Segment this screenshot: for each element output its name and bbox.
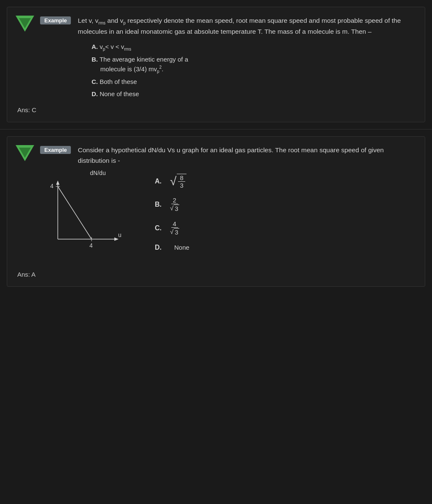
- option-2a-value: √ 8 3: [170, 174, 186, 189]
- options-list-1: A. vp< v < vrms B. The average kinetic e…: [92, 42, 415, 99]
- question-text-1: Let v, vrms and vp respectively denote t…: [78, 16, 415, 37]
- option-2b-label: B.: [155, 201, 164, 208]
- option-2c-label: C.: [155, 224, 164, 232]
- option-1b: B. The average kinetic energy of a molec…: [92, 55, 415, 75]
- avatar-1: [16, 16, 34, 34]
- options-list-2: A. √ 8 3 B.: [155, 170, 189, 251]
- svg-line-4: [58, 186, 92, 239]
- option-2d-value: None: [174, 244, 189, 251]
- example-card-1: Example Let v, vrms and vp respectively …: [7, 7, 425, 122]
- graph-y-label: dN/du: [58, 170, 138, 176]
- option-2c-value: 4 √3: [170, 220, 179, 236]
- option-2d: D. None: [155, 244, 189, 251]
- avatar-2: [16, 145, 34, 164]
- svg-marker-2: [56, 181, 59, 185]
- card2-question-row: Example Consider a hypothetical dN/du Vs…: [16, 145, 415, 166]
- distribution-graph: 4 4 u: [41, 178, 125, 254]
- option-2b-value: 2 √3: [170, 197, 179, 213]
- example-card-2: Example Consider a hypothetical dN/du Vs…: [7, 136, 425, 287]
- option-1d: D. None of these: [92, 89, 415, 99]
- option-2d-label: D.: [155, 244, 164, 251]
- card-divider: [0, 129, 432, 129]
- card1-header: Example Let v, vrms and vp respectively …: [16, 16, 415, 37]
- example-badge-1: Example: [40, 16, 71, 24]
- option-2a: A. √ 8 3: [155, 174, 189, 189]
- answer-1: Ans: C: [16, 106, 415, 113]
- graph-container: dN/du 4 4 u: [41, 170, 138, 254]
- option-1c: C. Both of these: [92, 77, 415, 87]
- option-2a-label: A.: [155, 178, 164, 185]
- avatar-triangle-inner-2: [19, 148, 31, 158]
- svg-text:4: 4: [50, 183, 54, 189]
- option-2b: B. 2 √3: [155, 197, 189, 213]
- option-1a: A. vp< v < vrms: [92, 42, 415, 52]
- avatar-triangle-inner: [19, 18, 31, 28]
- example-badge-2: Example: [40, 146, 71, 154]
- svg-text:u: u: [118, 232, 122, 238]
- graph-options-row: dN/du 4 4 u: [41, 170, 415, 254]
- question-text-2: Consider a hypothetical dN/du Vs u graph…: [78, 145, 415, 166]
- answer-2: Ans: A: [16, 271, 415, 278]
- svg-text:4: 4: [89, 242, 93, 249]
- option-2c: C. 4 √3: [155, 220, 189, 236]
